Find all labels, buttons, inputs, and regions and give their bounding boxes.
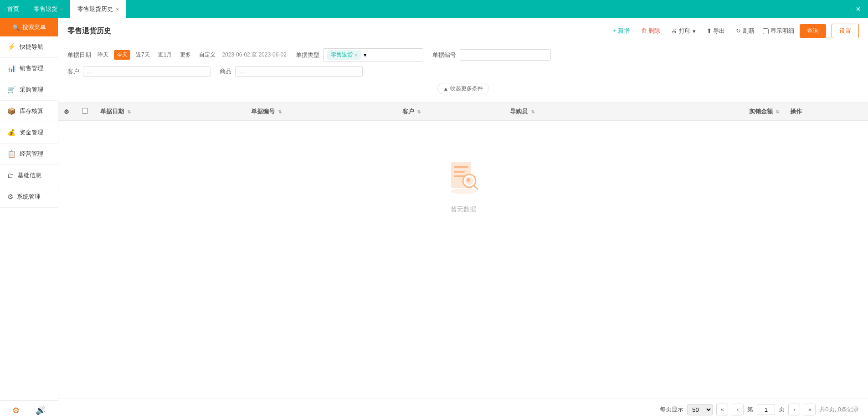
sidebar-item-inventory[interactable]: 📦 库存核算 (0, 101, 58, 122)
sidebar-item-sales[interactable]: 📊 销售管理 (0, 58, 58, 79)
sidebar-item-finance[interactable]: 💰 资金管理 (0, 122, 58, 143)
date-btn-today[interactable]: 今天 (114, 50, 130, 60)
window-close-button[interactable]: × (848, 5, 868, 14)
finance-icon: 💰 (7, 128, 16, 137)
col-doc-date[interactable]: 单据日期 ⇅ (95, 103, 246, 121)
date-btn-yesterday[interactable]: 昨天 (95, 50, 111, 60)
col-guide-label: 导购员 (510, 108, 528, 115)
pagination: 每页显示 20 50 100 « ‹ 第 页 › » 共0页, 0条记录 (58, 399, 868, 420)
sidebar-item-quicknav-label: 快捷导航 (20, 43, 43, 51)
tab-retail-return-close[interactable]: × (60, 6, 63, 12)
doc-no-input[interactable] (460, 49, 551, 61)
doc-type-label: 单据类型 (296, 51, 319, 59)
sidebar-item-quicknav[interactable]: ⚡ 快捷导航 (0, 36, 58, 58)
col-amount-sort: ⇅ (776, 109, 779, 114)
last-page-button[interactable]: » (804, 404, 816, 415)
customer-select[interactable]: ... (83, 66, 211, 77)
filter-customer: 客户 ... (67, 66, 211, 77)
filter-goods: 商品 ... (220, 66, 363, 77)
delete-button-label: 🗑 删除 (641, 27, 661, 35)
page-header-top: 零售退货历史 + 新增 🗑 删除 🖨 打印 ▾ ⬆ 导出 (67, 24, 859, 38)
sidebar-item-system[interactable]: ⚙ 系统管理 (0, 186, 58, 208)
svg-point-8 (467, 178, 470, 182)
customer-ellipsis: ... (87, 68, 92, 75)
query-button[interactable]: 查询 (800, 24, 826, 38)
doc-type-tag: 零售退货 × (327, 50, 361, 60)
show-detail-label: 显示明细 (770, 27, 794, 35)
sidebar-item-operations[interactable]: 📋 经营管理 (0, 143, 58, 165)
per-page-label: 每页显示 (660, 405, 683, 414)
refresh-button-label: ↻ 刷新 (736, 27, 755, 35)
goods-select[interactable]: ... (235, 66, 363, 77)
settings-bottom-icon[interactable]: ⚙ (12, 405, 20, 415)
export-button-label: ⬆ 导出 (707, 27, 725, 35)
refresh-button[interactable]: ↻ 刷新 (733, 25, 757, 37)
doc-type-tag-close[interactable]: × (354, 52, 357, 58)
col-doc-no[interactable]: 单据编号 ⇅ (246, 103, 396, 121)
sidebar-item-sales-label: 销售管理 (20, 64, 43, 72)
sidebar-menu: ⚡ 快捷导航 📊 销售管理 🛒 采购管理 📦 库存核算 💰 资金管理 📋 (0, 36, 58, 400)
page-input[interactable] (757, 405, 775, 415)
date-btn-7days[interactable]: 近7天 (133, 50, 153, 60)
basic-info-icon: 🗂 (7, 172, 14, 179)
data-table: ⚙ 单据日期 ⇅ 单据编号 ⇅ 客户 (58, 103, 868, 232)
col-doc-no-sort: ⇅ (278, 109, 282, 114)
date-btn-more[interactable]: 更多 (177, 50, 194, 60)
sidebar-item-basic-info[interactable]: 🗂 基础信息 (0, 165, 58, 186)
col-amount[interactable]: 实销金额 ⇅ (634, 103, 785, 121)
doc-type-dropdown-icon: ▾ (364, 51, 367, 58)
tab-home[interactable]: 首页 (0, 0, 26, 18)
empty-text: 暂无数据 (451, 205, 476, 214)
col-checkbox (77, 103, 95, 121)
per-page-select[interactable]: 20 50 100 (687, 404, 713, 415)
print-dropdown-icon: ▾ (693, 28, 696, 35)
col-guide-sort: ⇅ (531, 109, 534, 114)
main-layout: 🔍 搜索菜单 ⚡ 快捷导航 📊 销售管理 🛒 采购管理 📦 库存核算 💰 (0, 18, 868, 420)
goods-label: 商品 (220, 67, 231, 76)
prev-page-button[interactable]: ‹ (732, 404, 744, 415)
svg-line-7 (474, 185, 478, 189)
col-amount-label: 实销金额 (749, 108, 773, 115)
date-btn-1month[interactable]: 近1月 (155, 50, 175, 60)
col-customer[interactable]: 客户 ⇅ (397, 103, 504, 121)
doc-type-select[interactable]: 零售退货 × ▾ (323, 48, 423, 61)
show-detail-checkbox-wrapper: 显示明细 (763, 27, 794, 35)
toolbar: + 新增 🗑 删除 🖨 打印 ▾ ⬆ 导出 ↻ 刷新 (610, 24, 859, 38)
print-button[interactable]: 🖨 打印 ▾ (668, 25, 699, 37)
quicknav-icon: ⚡ (7, 43, 16, 51)
page-header: 零售退货历史 + 新增 🗑 删除 🖨 打印 ▾ ⬆ 导出 (58, 18, 868, 103)
filter-area: 单据日期 昨天 今天 近7天 近1月 更多 自定义 2023-06-02 至 2… (67, 44, 859, 102)
show-detail-checkbox[interactable] (763, 28, 769, 34)
svg-point-0 (451, 189, 476, 194)
col-doc-no-label: 单据编号 (251, 108, 275, 115)
sidebar-item-inventory-label: 库存核算 (20, 107, 43, 115)
next-page-button[interactable]: › (788, 404, 800, 415)
operations-icon: 📋 (7, 150, 16, 158)
filter-doc-no: 单据编号 (432, 49, 551, 61)
sidebar-item-purchase[interactable]: 🛒 采购管理 (0, 79, 58, 101)
search-icon: 🔍 (12, 24, 20, 31)
tab-retail-return-history-label: 零售退货历史 (77, 5, 113, 13)
export-button[interactable]: ⬆ 导出 (704, 25, 728, 37)
delete-button[interactable]: 🗑 删除 (638, 25, 663, 37)
col-guide[interactable]: 导购员 ⇅ (504, 103, 634, 121)
table-header-row: ⚙ 单据日期 ⇅ 单据编号 ⇅ 客户 (58, 103, 868, 121)
new-button[interactable]: + 新增 (610, 25, 632, 37)
tab-retail-return[interactable]: 零售退货 × (26, 0, 70, 18)
doc-no-label: 单据编号 (432, 51, 456, 59)
settings-button[interactable]: 设置 (832, 24, 859, 38)
page-label: 第 (747, 405, 753, 414)
collapse-button[interactable]: ▲ 收起更多条件 (437, 83, 489, 94)
col-settings[interactable]: ⚙ (58, 103, 77, 121)
select-all-checkbox[interactable] (82, 108, 88, 114)
col-action: 操作 (785, 103, 868, 121)
speaker-icon[interactable]: 🔊 (36, 405, 46, 415)
sidebar-item-system-label: 系统管理 (17, 193, 41, 201)
page-title: 零售退货历史 (67, 26, 111, 36)
tab-retail-return-history[interactable]: 零售退货历史 × (70, 0, 126, 18)
tab-retail-return-history-close[interactable]: × (116, 6, 118, 12)
filter-doc-date: 单据日期 昨天 今天 近7天 近1月 更多 自定义 2023-06-02 至 2… (67, 50, 287, 60)
date-btn-custom[interactable]: 自定义 (196, 50, 218, 60)
first-page-button[interactable]: « (716, 404, 728, 415)
sidebar-search[interactable]: 🔍 搜索菜单 (0, 18, 58, 36)
